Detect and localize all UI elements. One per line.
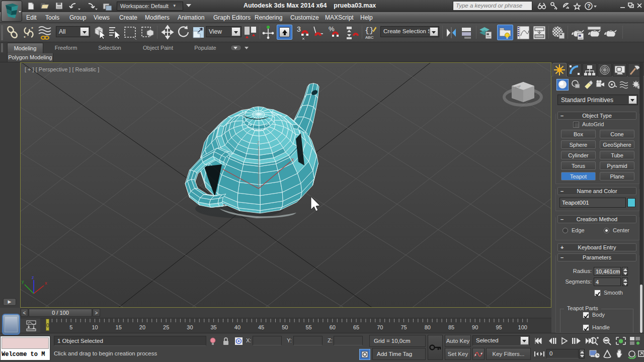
svg-text:z: z (257, 140, 260, 145)
svg-text:✦: ✦ (23, 35, 26, 39)
svg-text:50: 50 (282, 324, 288, 330)
svg-text:70: 70 (377, 324, 383, 330)
svg-text:10: 10 (92, 324, 98, 330)
svg-text:45: 45 (258, 324, 264, 330)
svg-text:x: x (291, 157, 294, 162)
svg-text:90: 90 (472, 324, 478, 330)
svg-text:[ + ] [ Perspective ] [ Realis: [ + ] [ Perspective ] [ Realistic ] (25, 66, 99, 72)
svg-text:y: y (22, 279, 24, 284)
svg-text:80: 80 (425, 324, 431, 330)
svg-text:x: x (45, 281, 47, 286)
svg-text:30: 30 (187, 324, 193, 330)
svg-text:{}: {} (365, 27, 374, 35)
svg-text:35: 35 (210, 324, 216, 330)
svg-text:65: 65 (353, 324, 359, 330)
svg-text:40: 40 (234, 324, 240, 330)
svg-text:✦: ✦ (31, 26, 34, 30)
svg-text:95: 95 (496, 324, 502, 330)
svg-text:75: 75 (400, 324, 407, 330)
svg-text:%: % (329, 25, 335, 33)
svg-text:85: 85 (448, 324, 454, 330)
svg-text:60: 60 (330, 324, 336, 330)
svg-text:ABC: ABC (365, 35, 374, 40)
svg-text:20: 20 (139, 324, 145, 330)
svg-text:5: 5 (69, 324, 72, 330)
svg-text:3: 3 (297, 25, 301, 33)
svg-text:25: 25 (163, 324, 169, 330)
svg-text:55: 55 (305, 324, 311, 330)
svg-text:100: 100 (518, 324, 527, 330)
svg-text:15: 15 (116, 324, 122, 330)
svg-text:z: z (32, 275, 34, 280)
svg-text:?: ? (587, 3, 591, 9)
